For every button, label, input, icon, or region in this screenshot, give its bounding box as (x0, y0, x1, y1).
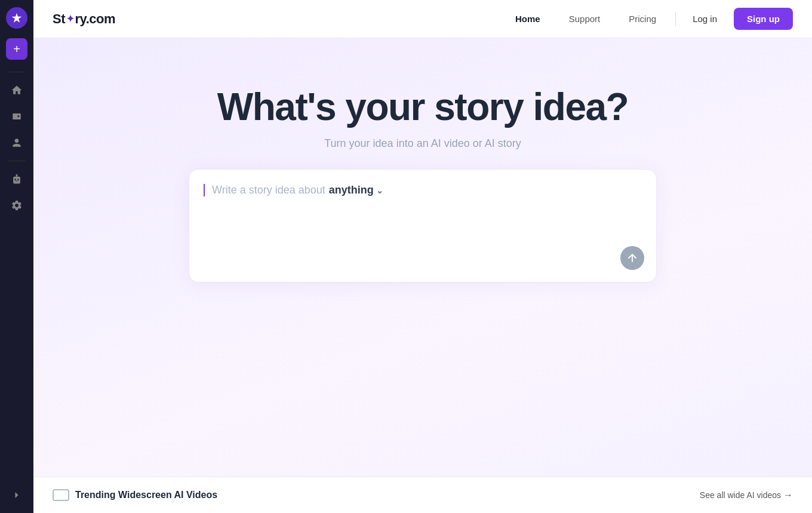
user-icon[interactable] (6, 132, 27, 153)
chevron-down-icon: ⌄ (376, 186, 383, 195)
nav-pricing[interactable]: Pricing (614, 9, 670, 29)
topic-selector[interactable]: anything ⌄ (329, 184, 383, 196)
see-all-label: See all wide AI videos (700, 490, 781, 500)
signup-button[interactable]: Sign up (734, 8, 793, 30)
top-navigation: Home Support Pricing Log in Sign up (501, 8, 793, 30)
hero-subtitle: Turn your idea into an AI video or AI st… (324, 137, 521, 150)
logo-star: ✦ (66, 13, 74, 24)
see-all-link[interactable]: See all wide AI videos → (700, 490, 793, 500)
topic-label: anything (329, 184, 374, 196)
robot-icon[interactable] (6, 168, 27, 190)
login-button[interactable]: Log in (681, 9, 729, 29)
sidebar: + (0, 0, 33, 513)
collapse-icon[interactable] (6, 484, 27, 506)
sidebar-divider-2 (8, 161, 25, 161)
settings-icon[interactable] (6, 195, 27, 216)
topnav: St✦ry.com Home Support Pricing Log in Si… (33, 0, 812, 38)
sidebar-logo[interactable] (6, 7, 27, 29)
trending-left: Trending Widescreen AI Videos (53, 489, 217, 501)
nav-home[interactable]: Home (501, 9, 555, 29)
add-button[interactable]: + (6, 38, 27, 60)
widescreen-icon (53, 489, 69, 501)
story-input-container: Write a story idea about anything ⌄ (189, 169, 657, 282)
story-input-field[interactable] (204, 201, 642, 237)
site-logo[interactable]: St✦ry.com (53, 11, 115, 27)
input-row: Write a story idea about anything ⌄ (204, 184, 642, 196)
trending-section: Trending Widescreen AI Videos See all wi… (33, 477, 812, 513)
input-placeholder: Write a story idea about (212, 184, 325, 196)
logo-text-2: ry.com (75, 11, 116, 27)
main-content: St✦ry.com Home Support Pricing Log in Si… (33, 0, 812, 513)
video-icon[interactable] (6, 106, 27, 127)
nav-support[interactable]: Support (555, 9, 615, 29)
sidebar-divider (8, 72, 25, 72)
trending-title: Trending Widescreen AI Videos (75, 490, 217, 500)
hero-section: What's your story idea? Turn your idea i… (33, 38, 812, 513)
sidebar-bottom (6, 484, 27, 506)
submit-button[interactable] (620, 246, 644, 270)
arrow-right-icon: → (783, 490, 793, 500)
nav-divider (675, 12, 676, 26)
hero-title: What's your story idea? (217, 86, 628, 128)
logo-text: St (53, 11, 65, 27)
home-icon[interactable] (6, 79, 27, 101)
